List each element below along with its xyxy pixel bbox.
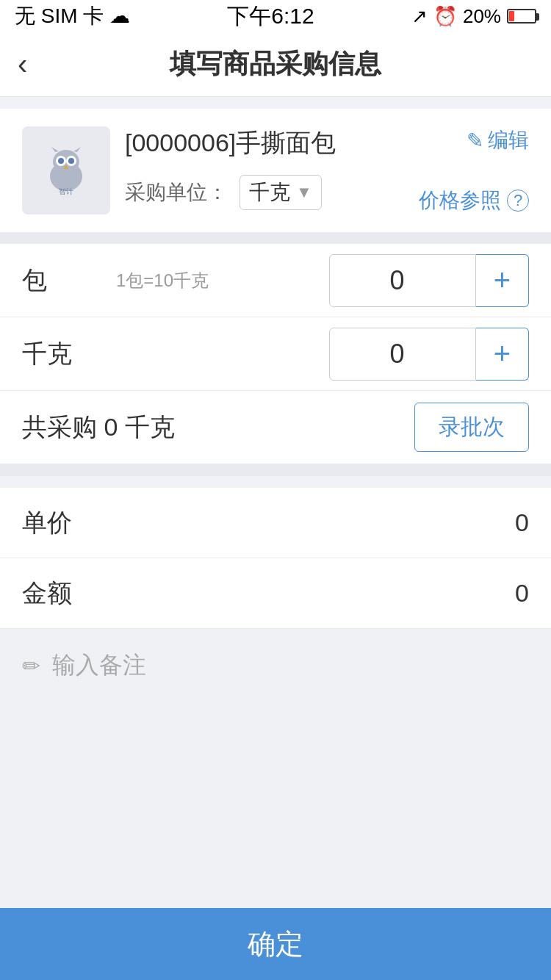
bao-sublabel: 1包=10千克 [116,269,209,292]
bao-label: 包 [22,264,110,298]
location-icon: ↗ [411,5,428,28]
svg-point-6 [68,158,74,164]
nav-bar: ‹ 填写商品采购信息 [0,32,551,97]
section-divider-1 [0,232,551,244]
price-ref-label: 价格参照 [419,187,501,215]
chevron-down-icon: ▼ [296,183,312,202]
section-divider-2 [0,464,551,476]
unit-label: 采购单位： [125,179,228,206]
edit-label: 编辑 [488,126,529,154]
battery-percent: 20% [463,5,501,28]
status-time: 下午6:12 [227,1,314,32]
kg-qty-input[interactable] [329,328,476,381]
info-section: 单价 0 金额 0 [0,488,551,629]
total-label: 共采购 0 千克 [22,411,175,444]
back-button[interactable]: ‹ [18,48,27,81]
alarm-icon: ⏰ [433,5,457,28]
amount-label: 金额 [22,577,72,610]
svg-text:智计: 智计 [59,187,73,195]
unit-selector[interactable]: 千克 ▼ [240,175,322,210]
bao-qty-input[interactable] [329,254,476,307]
help-icon: ? [507,190,529,212]
svg-point-5 [58,158,64,164]
price-value: 0 [515,508,529,537]
total-row: 共采购 0 千克 录批次 [0,391,551,464]
price-ref-button[interactable]: 价格参照 ? [419,187,529,215]
bao-qty-wrap: + [329,254,529,307]
unit-value: 千克 [249,179,290,206]
amount-value: 0 [515,579,529,608]
bao-input-row: 包 1包=10千克 + [0,244,551,317]
pencil-icon: ✏ [22,653,40,679]
total-unit: 千克 [125,413,175,441]
notes-placeholder: 输入备注 [52,649,146,682]
bao-input-section: 包 1包=10千克 + 千克 + [0,244,551,391]
total-value: 0 [104,413,118,441]
product-logo: 智计 [37,141,96,200]
status-bar: 无 SIM 卡 ☁ 下午6:12 ↗ ⏰ 20% [0,0,551,32]
confirm-button[interactable]: 确定 [0,908,551,980]
price-row: 单价 0 [0,488,551,558]
sim-status: 无 SIM 卡 ☁ [15,2,130,30]
kg-plus-button[interactable]: + [476,328,529,381]
battery-icon [507,9,536,24]
kg-label: 千克 [22,337,110,371]
page-title: 填写商品采购信息 [170,46,381,82]
kg-qty-wrap: + [329,328,529,381]
status-left: 无 SIM 卡 ☁ [15,2,130,30]
product-card: 智计 [0000006]手撕面包 采购单位： 千克 ▼ ✎ 编辑 价格参照 ? [0,109,551,232]
product-image: 智计 [22,126,110,215]
kg-input-row: 千克 + [0,317,551,391]
edit-icon: ✎ [467,129,483,153]
bao-plus-button[interactable]: + [476,254,529,307]
price-label: 单价 [22,506,72,540]
status-right: ↗ ⏰ 20% [411,5,536,28]
record-batch-button[interactable]: 录批次 [414,403,529,452]
edit-button[interactable]: ✎ 编辑 [467,126,529,154]
notes-inner: ✏ 输入备注 [22,649,529,682]
notes-section[interactable]: ✏ 输入备注 [0,629,551,761]
amount-row: 金额 0 [0,558,551,629]
